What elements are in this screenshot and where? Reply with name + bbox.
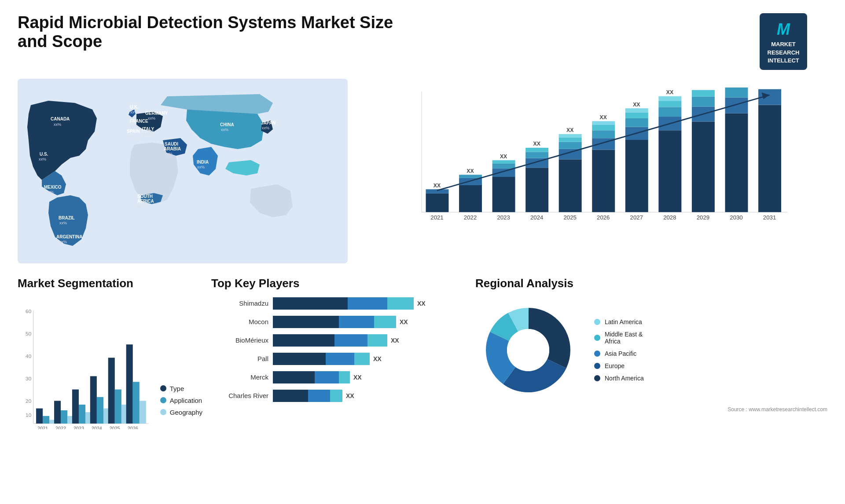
bar-2024-seg1 <box>525 168 548 212</box>
val-2021: XX <box>434 183 441 189</box>
segmentation-section: Market Segmentation 60 50 40 30 20 10 20… <box>18 277 202 444</box>
player-bar-shimadzu: XX <box>273 297 467 310</box>
south-africa-label: SOUTH <box>137 194 153 199</box>
seg-bar-2026-type <box>126 344 133 424</box>
india-label: INDIA <box>197 160 209 164</box>
bar-2028-seg1 <box>658 130 681 212</box>
year-2027: 2027 <box>630 214 643 221</box>
donut-chart-svg <box>475 297 581 403</box>
bar-2026-seg5 <box>592 121 615 125</box>
players-section: Top Key Players Shimadzu XX Mocon <box>211 277 467 444</box>
bar-seg1 <box>273 371 315 383</box>
logo-line2: RESEARCH <box>768 49 800 57</box>
page-header: Rapid Microbial Detection Systems Market… <box>18 13 827 70</box>
bar-seg1 <box>273 334 334 347</box>
seg-x-2023: 2023 <box>73 426 84 429</box>
legend-asia-pacific-dot <box>594 351 600 357</box>
world-map: CANADA xx% U.S. xx% MEXICO xx% BRAZIL xx… <box>18 79 348 263</box>
seg-bar-2024-app <box>97 397 103 424</box>
seg-bar-2025-type <box>108 358 115 424</box>
logo-line3: INTELLECT <box>768 57 800 65</box>
year-2026: 2026 <box>597 214 610 221</box>
player-bar-merck: XX <box>273 371 467 383</box>
player-bar-visual <box>273 353 370 365</box>
seg-x-2026: 2026 <box>128 426 138 429</box>
germany-val: xx% <box>148 116 155 121</box>
player-val-charles-river: XX <box>346 392 354 399</box>
bar-seg3 <box>367 334 387 347</box>
val-2024: XX <box>533 141 540 147</box>
y-label-30: 30 <box>26 376 32 382</box>
year-2028: 2028 <box>663 214 676 221</box>
y-label-50: 50 <box>26 331 32 337</box>
year-2031: 2031 <box>763 214 776 221</box>
val-2029: XX <box>699 88 707 89</box>
south-africa-label2: AFRICA <box>137 199 154 204</box>
regional-legend: Latin America Middle East &Africa Asia P… <box>594 318 644 382</box>
val-2022: XX <box>467 168 474 174</box>
seg-bar-2024-type <box>90 376 97 424</box>
page-title: Rapid Microbial Detection Systems Market… <box>18 13 414 51</box>
bar-seg1 <box>273 297 348 310</box>
bar-seg1 <box>273 316 339 328</box>
legend-asia-pacific-label: Asia Pacific <box>605 350 636 357</box>
player-row-shimadzu: Shimadzu XX <box>211 297 467 310</box>
bar-seg3 <box>330 390 342 402</box>
val-2026: XX <box>600 114 607 121</box>
seg-bar-2026-app <box>133 382 140 424</box>
seg-x-2021: 2021 <box>37 426 48 429</box>
top-section: CANADA xx% U.S. xx% MEXICO xx% BRAZIL xx… <box>18 79 827 263</box>
bar-seg2 <box>326 353 354 365</box>
us-val: xx% <box>39 157 46 161</box>
saudi-label: SAUDI <box>165 142 178 146</box>
bar-2023-seg4 <box>492 160 515 164</box>
year-2022: 2022 <box>464 214 477 221</box>
bar-seg1 <box>273 353 326 365</box>
mexico-val: xx% <box>46 190 54 194</box>
year-2024: 2024 <box>530 214 543 221</box>
legend-application: Application <box>160 397 202 404</box>
bar-2025-seg1 <box>559 159 582 212</box>
player-name-mocon: Mocon <box>211 318 268 325</box>
saudi-val: xx% <box>165 152 173 156</box>
bar-2021-seg1 <box>426 194 449 212</box>
player-name-charles-river: Charles River <box>211 392 268 399</box>
bar-2030-seg1 <box>725 113 748 212</box>
legend-europe: Europe <box>594 362 644 369</box>
val-2027: XX <box>633 101 640 107</box>
bar-2031-seg1 <box>758 105 781 212</box>
india-val: xx% <box>197 165 205 169</box>
legend-geo-label: Geography <box>170 409 202 416</box>
bar-2025-seg5 <box>559 134 582 138</box>
bar-2029-seg1 <box>692 121 715 212</box>
year-2025: 2025 <box>564 214 577 221</box>
player-val-merck: XX <box>353 374 362 381</box>
y-label-20: 20 <box>26 398 32 404</box>
logo-area: M MARKET RESEARCH INTELLECT <box>739 13 827 70</box>
legend-europe-label: Europe <box>605 362 625 369</box>
seg-x-2024: 2024 <box>92 426 102 429</box>
bar-2023-seg2 <box>492 168 515 177</box>
player-row-merck: Merck XX <box>211 371 467 383</box>
bar-seg3 <box>354 353 370 365</box>
france-val: xx% <box>131 124 138 128</box>
player-bar-charles-river: XX <box>273 390 467 402</box>
spain-val: xx% <box>127 134 135 139</box>
mexico-label: MEXICO <box>44 185 62 190</box>
legend-app-dot <box>160 397 166 403</box>
year-2029: 2029 <box>697 214 709 221</box>
bottom-section: Market Segmentation 60 50 40 30 20 10 20… <box>18 277 827 444</box>
legend-latin-america-label: Latin America <box>605 318 642 325</box>
brazil-val: xx% <box>59 221 67 225</box>
bar-2025-seg3 <box>559 142 582 149</box>
canada-label: CANADA <box>51 117 70 121</box>
legend-middle-east-dot <box>594 335 600 341</box>
logo-line1: MARKET <box>768 40 800 48</box>
player-name-pall: Pall <box>211 355 268 362</box>
logo-m-icon: M <box>768 18 800 40</box>
logo-box: M MARKET RESEARCH INTELLECT <box>760 13 808 70</box>
bar-seg3 <box>374 316 396 328</box>
seg-bar-2022-app <box>61 410 67 424</box>
segmentation-chart-wrapper: 60 50 40 30 20 10 2021 2022 2023 2024 20… <box>18 297 202 429</box>
france-label: FRANCE <box>130 119 148 124</box>
